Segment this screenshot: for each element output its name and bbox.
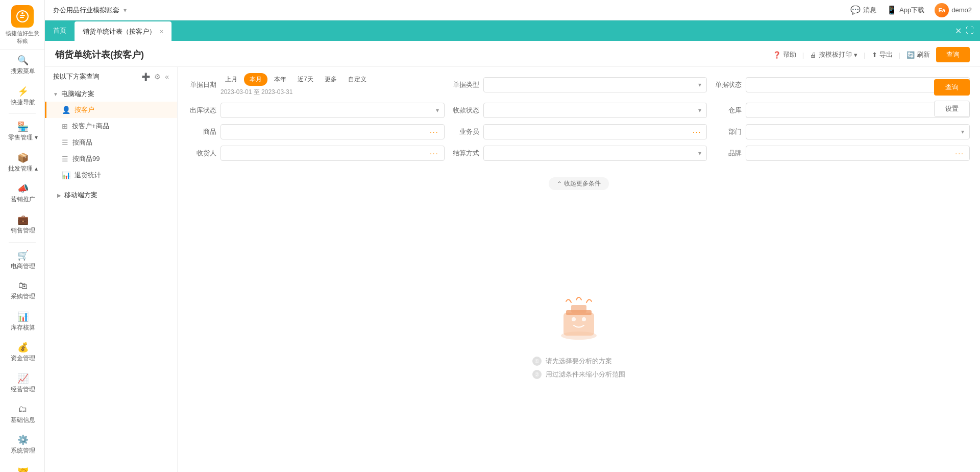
filter-status: 单据状态 ▾ bbox=[713, 77, 970, 92]
print-icon: 🖨 bbox=[810, 51, 817, 59]
scheme-item-returns-label: 退货统计 bbox=[75, 171, 101, 180]
date-btn-lastmonth[interactable]: 上月 bbox=[220, 73, 242, 86]
shipment-select[interactable]: ▾ bbox=[220, 103, 445, 118]
wholesale-icon: 📦 bbox=[17, 152, 29, 163]
date-btn-thismonth[interactable]: 本月 bbox=[244, 73, 267, 86]
collapse-scheme-icon[interactable]: « bbox=[165, 73, 169, 81]
sidebar-item-basic[interactable]: 🗂 基础信息 bbox=[0, 399, 44, 430]
tab-close-window-btn[interactable]: ✕ bbox=[955, 26, 962, 36]
tab-maximize-btn[interactable]: ⛶ bbox=[966, 26, 974, 35]
settings-scheme-icon[interactable]: ⚙ bbox=[154, 73, 161, 81]
sales-icon: 💼 bbox=[17, 214, 29, 225]
tab-active[interactable]: 销货单统计表（按客户） × bbox=[75, 21, 172, 42]
sidebar-label-ecommerce: 电商管理 bbox=[11, 263, 35, 271]
collapse-icon: ⌃ bbox=[557, 180, 562, 187]
sidebar-nav: 🔍 搜索菜单 ⚡ 快捷导航 🏪 零售管理 ▾ 📦 批发管理 ▴ 📣 营销推广 💼… bbox=[0, 50, 44, 472]
logo-text: 畅捷信好生意 bbox=[6, 30, 39, 37]
page-actions: ❓ 帮助 | 🖨 按模板打印 ▾ | ⬆ 导出 | 🔄 刷新 bbox=[773, 47, 970, 62]
scheme-group-mobile-header[interactable]: ▶ 移动端方案 bbox=[45, 187, 177, 203]
brand-select[interactable]: ··· bbox=[746, 146, 970, 161]
product-select[interactable]: ··· bbox=[220, 124, 445, 139]
page-title: 销货单统计表(按客户) bbox=[55, 49, 144, 61]
filter-row-2: 出库状态 ▾ 收款状态 ▾ bbox=[188, 103, 970, 118]
query-button[interactable]: 查询 bbox=[936, 47, 970, 62]
print-btn[interactable]: 🖨 按模板打印 ▾ bbox=[810, 50, 857, 59]
avatar: Ea bbox=[935, 3, 949, 17]
help-btn[interactable]: ❓ 帮助 bbox=[773, 50, 796, 59]
sidebar-item-quicknav[interactable]: ⚡ 快捷导航 bbox=[0, 81, 44, 112]
staff-select[interactable]: ··· bbox=[483, 124, 707, 139]
empty-tips: ① 请先选择要分析的方案 ② 用过滤条件来缩小分析范围 bbox=[532, 357, 625, 379]
sidebar-label-inventory: 库存核算 bbox=[11, 324, 35, 332]
receiver-label: 收货人 bbox=[188, 149, 216, 158]
product-icon: ☰ bbox=[62, 138, 68, 147]
query-btn-fixed[interactable]: 查询 bbox=[934, 79, 970, 96]
user-profile[interactable]: Ea demo2 bbox=[935, 3, 972, 17]
add-scheme-icon[interactable]: ➕ bbox=[141, 73, 150, 81]
type-select[interactable]: ▾ bbox=[483, 77, 707, 92]
svg-point-0 bbox=[21, 12, 23, 14]
sidebar-item-finance[interactable]: 💰 资金管理 bbox=[0, 337, 44, 368]
filter-dept: 部门 ▾ bbox=[713, 124, 970, 139]
filter-row-1: 单据日期 上月 本月 本年 近7天 更多 自定义 bbox=[188, 73, 970, 97]
message-btn[interactable]: 💬 消息 bbox=[850, 5, 876, 15]
scheme-item-customer[interactable]: 👤 按客户 bbox=[45, 102, 177, 118]
tab-controls: ✕ ⛶ bbox=[949, 26, 980, 36]
header-right: 💬 消息 📱 App下载 Ea demo2 bbox=[850, 3, 972, 17]
payment-select[interactable]: ▾ bbox=[483, 103, 707, 118]
sidebar-item-search[interactable]: 🔍 搜索菜单 bbox=[0, 50, 44, 81]
payment-label: 收款状态 bbox=[451, 106, 479, 115]
date-btn-more[interactable]: 更多 bbox=[320, 73, 341, 86]
logo-subtitle: 标账 bbox=[17, 37, 28, 45]
filter-product: 商品 ··· bbox=[188, 124, 445, 139]
scheme-group-pc: ▼ 电脑端方案 👤 按客户 ⊞ 按客户+商品 ☰ 按商品 bbox=[45, 86, 177, 187]
export-icon: ⬆ bbox=[872, 51, 877, 59]
date-btn-7days[interactable]: 近7天 bbox=[293, 73, 318, 86]
basic-icon: 🗂 bbox=[18, 404, 28, 415]
sidebar-item-system[interactable]: ⚙️ 系统管理 bbox=[0, 429, 44, 460]
receiver-select[interactable]: ··· bbox=[220, 146, 445, 161]
sidebar-item-wholesale[interactable]: 📦 批发管理 ▴ bbox=[0, 147, 44, 178]
dept-select[interactable]: ▾ bbox=[746, 124, 970, 139]
settlement-label: 结算方式 bbox=[451, 149, 479, 158]
scheme-item-customer-product[interactable]: ⊞ 按客户+商品 bbox=[45, 118, 177, 134]
setting-btn-fixed[interactable]: 设置 bbox=[934, 101, 970, 117]
date-btn-thisyear[interactable]: 本年 bbox=[270, 73, 291, 86]
shipment-label: 出库状态 bbox=[188, 106, 216, 115]
scheme-item-product99[interactable]: ☰ 按商品99 bbox=[45, 151, 177, 167]
sidebar-label-retail: 零售管理 ▾ bbox=[8, 134, 37, 142]
mobile-group-label: 移动端方案 bbox=[64, 191, 97, 200]
tab-home-label: 首页 bbox=[53, 26, 66, 35]
settlement-select[interactable]: ▾ bbox=[483, 146, 707, 161]
sidebar-label-system: 系统管理 bbox=[11, 447, 35, 455]
sidebar-item-ecommerce[interactable]: 🛒 电商管理 bbox=[0, 245, 44, 276]
sidebar-label-finance: 资金管理 bbox=[11, 355, 35, 363]
product99-icon: ☰ bbox=[62, 155, 68, 163]
sidebar-item-sales[interactable]: 💼 销售管理 bbox=[0, 209, 44, 240]
shipment-arrow: ▾ bbox=[436, 107, 439, 114]
sidebar-item-inventory[interactable]: 📊 库存核算 bbox=[0, 306, 44, 337]
customer-icon: 👤 bbox=[62, 106, 70, 114]
collapse-button[interactable]: ⌃ 收起更多条件 bbox=[549, 177, 609, 190]
enterprise-icon: 🤝 bbox=[17, 465, 29, 472]
tab-home[interactable]: 首页 bbox=[45, 20, 75, 41]
tab-close-btn[interactable]: × bbox=[160, 28, 163, 35]
sidebar-item-operations[interactable]: 📈 经营管理 bbox=[0, 368, 44, 399]
scheme-item-product[interactable]: ☰ 按商品 bbox=[45, 134, 177, 151]
sidebar-item-enterprise[interactable]: 🤝 企业协同 bbox=[0, 460, 44, 472]
sidebar-item-retail[interactable]: 🏪 零售管理 ▾ bbox=[0, 116, 44, 147]
refresh-btn[interactable]: 🔄 刷新 bbox=[906, 50, 930, 59]
filter-grid: 单据日期 上月 本月 本年 近7天 更多 自定义 bbox=[178, 67, 980, 173]
export-btn[interactable]: ⬆ 导出 bbox=[872, 50, 893, 59]
query-panel: 单据日期 上月 本月 本年 近7天 更多 自定义 bbox=[178, 67, 980, 472]
date-range: 2023-03-01 至 2023-03-31 bbox=[220, 88, 445, 97]
sidebar-item-marketing[interactable]: 📣 营销推广 bbox=[0, 178, 44, 209]
scheme-item-returns[interactable]: 📊 退货统计 bbox=[45, 167, 177, 183]
scheme-group-pc-header[interactable]: ▼ 电脑端方案 bbox=[45, 86, 177, 102]
sidebar-item-purchase[interactable]: 🛍 采购管理 bbox=[0, 275, 44, 306]
divider-3: | bbox=[899, 51, 900, 59]
dept-label: 部门 bbox=[713, 127, 742, 136]
ecommerce-icon: 🛒 bbox=[17, 250, 29, 261]
date-btn-custom[interactable]: 自定义 bbox=[344, 73, 371, 86]
app-download-btn[interactable]: 📱 App下载 bbox=[887, 5, 924, 15]
